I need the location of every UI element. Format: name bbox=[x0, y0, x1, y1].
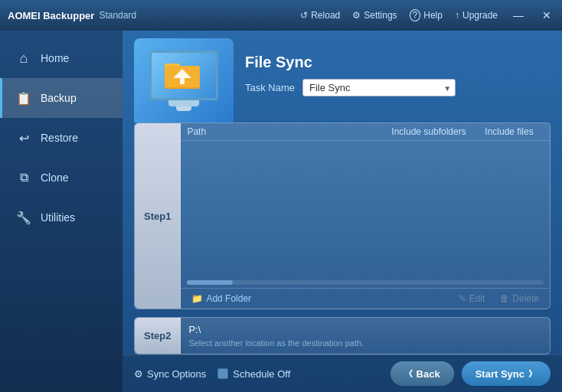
scrollbar-thumb bbox=[187, 280, 233, 285]
add-folder-label: Add Folder bbox=[206, 293, 251, 304]
monitor-screen bbox=[149, 51, 218, 100]
start-chevron-icon bbox=[528, 368, 537, 380]
edit-icon bbox=[459, 293, 466, 304]
content-header: File Sync Task Name File Sync ▼ bbox=[123, 31, 562, 122]
page-title: File Sync bbox=[245, 54, 547, 71]
step1-button[interactable]: Step1 bbox=[135, 123, 181, 309]
feature-icon bbox=[134, 38, 234, 122]
header-icon-area bbox=[123, 38, 245, 122]
step2-label: Step2 bbox=[144, 330, 171, 341]
steps-panel: Step1 Path Include subfolders Include fi… bbox=[134, 122, 551, 354]
step1-table-header: Path Include subfolders Include files bbox=[181, 123, 550, 141]
monitor-stand bbox=[176, 106, 191, 111]
sidebar-item-clone[interactable]: Clone bbox=[0, 158, 123, 198]
add-folder-button[interactable]: Add Folder bbox=[187, 292, 256, 305]
content-area: File Sync Task Name File Sync ▼ Step1 bbox=[123, 31, 562, 392]
step2-box: Step2 P:\ Select another location as the… bbox=[134, 317, 551, 354]
delete-label: Delete bbox=[512, 293, 539, 304]
task-name-label: Task Name bbox=[245, 82, 295, 93]
step1-content: Path Include subfolders Include files Ad… bbox=[181, 123, 550, 309]
app-title: AOMEI Backupper bbox=[8, 10, 94, 21]
sidebar-label-home: Home bbox=[41, 52, 69, 64]
help-label: Help bbox=[423, 10, 443, 21]
utilities-icon bbox=[15, 208, 33, 227]
close-button[interactable]: ✕ bbox=[539, 9, 554, 21]
upgrade-label: Upgrade bbox=[462, 10, 498, 21]
sync-options-button[interactable]: Sync Options bbox=[134, 368, 206, 380]
help-icon bbox=[410, 10, 421, 21]
header-text: File Sync Task Name File Sync ▼ bbox=[245, 38, 547, 96]
home-icon bbox=[15, 49, 33, 67]
minimize-button[interactable]: — bbox=[510, 9, 527, 21]
edit-label: Edit bbox=[469, 293, 485, 304]
delete-button[interactable]: Delete bbox=[495, 292, 544, 305]
folder-svg-icon bbox=[165, 60, 203, 90]
sidebar-label-restore: Restore bbox=[41, 132, 78, 144]
col-path-header: Path bbox=[187, 126, 383, 137]
task-name-row: Task Name File Sync ▼ bbox=[245, 79, 547, 96]
start-label: Start Sync bbox=[475, 368, 524, 380]
reload-label: Reload bbox=[311, 10, 340, 21]
settings-icon bbox=[352, 10, 361, 21]
reload-icon bbox=[300, 10, 308, 21]
col-subfolders-header: Include subfolders bbox=[383, 126, 475, 137]
svg-rect-4 bbox=[180, 78, 185, 84]
sidebar: Home Backup Restore Clone Utilities bbox=[0, 31, 123, 392]
monitor-icon bbox=[149, 51, 218, 111]
title-bar: AOMEI Backupper Standard Reload Settings… bbox=[0, 0, 562, 31]
clone-icon bbox=[15, 168, 33, 187]
sync-options-label: Sync Options bbox=[147, 368, 206, 380]
sidebar-item-utilities[interactable]: Utilities bbox=[0, 198, 123, 237]
settings-label: Settings bbox=[364, 10, 397, 21]
title-bar-left: AOMEI Backupper Standard bbox=[8, 10, 300, 21]
sidebar-item-restore[interactable]: Restore bbox=[0, 118, 123, 158]
footer-right-buttons: Edit Delete bbox=[454, 292, 544, 305]
start-sync-button[interactable]: Start Sync bbox=[462, 361, 551, 386]
help-action[interactable]: Help bbox=[410, 10, 443, 21]
scrollbar[interactable] bbox=[187, 280, 544, 285]
step2-path-value: P:\ bbox=[188, 324, 542, 335]
back-label: Back bbox=[417, 368, 440, 380]
task-name-wrapper: File Sync ▼ bbox=[302, 79, 456, 96]
sidebar-label-clone: Clone bbox=[41, 172, 69, 184]
upgrade-action[interactable]: Upgrade bbox=[455, 10, 498, 21]
schedule-label: Schedule Off bbox=[233, 368, 290, 380]
title-bar-right: Reload Settings Help Upgrade — ✕ bbox=[300, 9, 554, 21]
app-edition: Standard bbox=[99, 10, 136, 21]
sidebar-item-home[interactable]: Home bbox=[0, 38, 123, 78]
back-chevron-icon bbox=[404, 368, 413, 380]
edit-button[interactable]: Edit bbox=[454, 292, 490, 305]
col-files-header: Include files bbox=[475, 126, 544, 137]
upgrade-icon bbox=[455, 10, 459, 21]
sync-options-gear-icon bbox=[134, 368, 143, 380]
sidebar-label-utilities: Utilities bbox=[41, 211, 75, 224]
schedule-checkbox[interactable] bbox=[217, 368, 228, 379]
back-button[interactable]: Back bbox=[390, 361, 454, 386]
restore-icon bbox=[15, 129, 33, 147]
monitor-base bbox=[168, 100, 199, 106]
delete-icon bbox=[500, 293, 509, 304]
sidebar-label-backup: Backup bbox=[41, 92, 77, 104]
nav-buttons: Back Start Sync bbox=[390, 361, 551, 386]
settings-action[interactable]: Settings bbox=[352, 10, 397, 21]
schedule-section: Schedule Off bbox=[217, 368, 290, 380]
step1-table-body bbox=[181, 141, 550, 277]
main-layout: Home Backup Restore Clone Utilities bbox=[0, 31, 562, 392]
step2-hint: Select another location as the destinati… bbox=[188, 338, 542, 348]
backup-icon bbox=[15, 89, 33, 107]
step1-label: Step1 bbox=[144, 211, 171, 222]
sidebar-item-backup[interactable]: Backup bbox=[0, 78, 123, 118]
step1-box: Step1 Path Include subfolders Include fi… bbox=[134, 122, 551, 309]
add-folder-icon bbox=[191, 293, 203, 304]
task-name-select[interactable]: File Sync bbox=[302, 79, 456, 96]
reload-action[interactable]: Reload bbox=[300, 10, 340, 21]
step2-content: P:\ Select another location as the desti… bbox=[181, 318, 550, 354]
step1-table-footer: Add Folder Edit Delete bbox=[181, 288, 550, 309]
bottom-bar: Sync Options Schedule Off Back Start Syn… bbox=[123, 354, 562, 392]
step2-button[interactable]: Step2 bbox=[135, 318, 181, 354]
